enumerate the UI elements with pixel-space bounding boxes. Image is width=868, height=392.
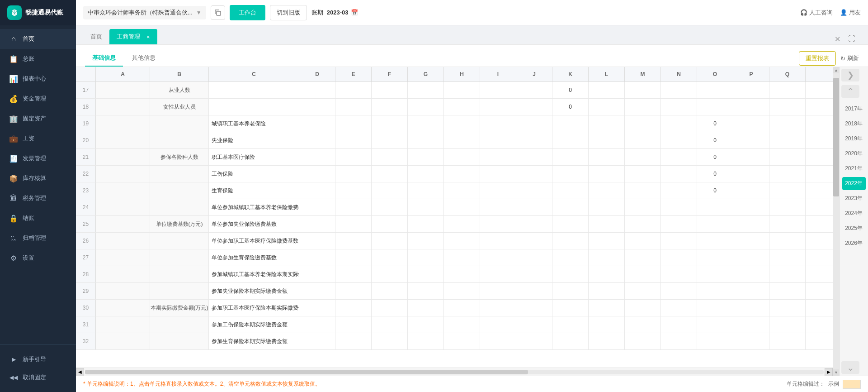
cell-22-A[interactable] [96, 166, 150, 182]
cell-19-G[interactable] [408, 115, 444, 132]
cell-28-N[interactable] [661, 266, 697, 282]
year-item-2026年[interactable]: 2026年 [842, 237, 866, 250]
cell-23-F[interactable] [372, 182, 408, 199]
scroll-down-button[interactable]: ▼ [833, 369, 839, 376]
cell-19-F[interactable] [372, 115, 408, 132]
cell-29-F[interactable] [372, 283, 408, 299]
cell-26-I[interactable] [480, 233, 516, 249]
cell-31-L[interactable] [589, 316, 625, 333]
cell-17-I[interactable] [480, 82, 516, 98]
cell-26-B[interactable] [150, 233, 209, 249]
cell-21-O[interactable]: 0 [697, 149, 733, 165]
cell-29-B[interactable] [150, 283, 209, 299]
cell-17-F[interactable] [372, 82, 408, 98]
cell-19-C[interactable]: 城镇职工基本养老保险 [209, 115, 299, 132]
cell-20-G[interactable] [408, 132, 444, 148]
company-selector[interactable]: 中审众环会计师事务所（特殊普通合伙... ▼ [83, 6, 206, 19]
user-menu[interactable]: 👤 用友 [840, 9, 861, 17]
cell-30-Q[interactable] [769, 300, 806, 316]
cell-27-B[interactable] [150, 249, 209, 266]
cell-25-B[interactable]: 单位缴费基数(万元) [150, 216, 209, 232]
cell-24-E[interactable] [335, 199, 372, 215]
cell-30-N[interactable] [661, 300, 697, 316]
sheet-body[interactable]: 17从业人数018女性从业人员019城镇职工基本养老保险020失业保险021参保… [76, 82, 833, 368]
cell-28-L[interactable] [589, 266, 625, 282]
cell-27-Q[interactable] [769, 249, 806, 266]
cell-17-H[interactable] [444, 82, 480, 98]
cell-20-P[interactable] [733, 132, 769, 148]
cell-30-B[interactable]: 本期实际缴费金额(万元) [150, 300, 209, 316]
close-window-icon[interactable]: ✕ [832, 33, 843, 44]
cell-24-J[interactable] [516, 199, 552, 215]
cell-32-H[interactable] [444, 333, 480, 349]
cell-23-E[interactable] [335, 182, 372, 199]
cell-24-O[interactable] [697, 199, 733, 215]
tab-close-icon[interactable]: × [146, 33, 150, 40]
cell-23-L[interactable] [589, 182, 625, 199]
year-item-2021年[interactable]: 2021年 [842, 162, 866, 175]
cell-28-F[interactable] [372, 266, 408, 282]
year-item-2025年[interactable]: 2025年 [842, 222, 866, 235]
cell-28-E[interactable] [335, 266, 372, 282]
cell-25-G[interactable] [408, 216, 444, 232]
cell-27-D[interactable] [299, 249, 335, 266]
cell-28-M[interactable] [625, 266, 661, 282]
cell-18-Q[interactable] [769, 99, 806, 115]
panel-expand-icon[interactable]: ❯ [841, 69, 859, 81]
h-scroll-track[interactable] [85, 370, 824, 374]
sidebar-footer-unpin[interactable]: ◀◀取消固定 [0, 368, 76, 387]
cell-18-L[interactable] [589, 99, 625, 115]
cell-21-G[interactable] [408, 149, 444, 165]
cell-21-N[interactable] [661, 149, 697, 165]
cell-18-E[interactable] [335, 99, 372, 115]
cell-32-O[interactable] [697, 333, 733, 349]
year-item-2020年[interactable]: 2020年 [842, 147, 866, 160]
cell-21-K[interactable] [552, 149, 589, 165]
cell-22-G[interactable] [408, 166, 444, 182]
cell-27-C[interactable]: 单位参加生育保险缴费基数 [209, 249, 299, 266]
cell-31-P[interactable] [733, 316, 769, 333]
cell-30-F[interactable] [372, 300, 408, 316]
cell-28-G[interactable] [408, 266, 444, 282]
cell-28-O[interactable] [697, 266, 733, 282]
cell-31-G[interactable] [408, 316, 444, 333]
cell-28-P[interactable] [733, 266, 769, 282]
cell-19-K[interactable] [552, 115, 589, 132]
cell-26-L[interactable] [589, 233, 625, 249]
cell-28-D[interactable] [299, 266, 335, 282]
cell-24-K[interactable] [552, 199, 589, 215]
cell-32-A[interactable] [96, 333, 150, 349]
cell-17-Q[interactable] [769, 82, 806, 98]
cell-31-O[interactable] [697, 316, 733, 333]
cell-31-Q[interactable] [769, 316, 806, 333]
cell-20-A[interactable] [96, 132, 150, 148]
cell-19-L[interactable] [589, 115, 625, 132]
calendar-icon[interactable]: 📅 [351, 9, 358, 16]
cell-30-A[interactable] [96, 300, 150, 316]
cell-21-E[interactable] [335, 149, 372, 165]
cell-19-O[interactable]: 0 [697, 115, 733, 132]
cell-18-D[interactable] [299, 99, 335, 115]
cell-30-E[interactable] [335, 300, 372, 316]
cell-17-O[interactable] [697, 82, 733, 98]
cell-24-G[interactable] [408, 199, 444, 215]
year-item-2023年[interactable]: 2023年 [842, 192, 866, 205]
cell-22-E[interactable] [335, 166, 372, 182]
cell-32-Q[interactable] [769, 333, 806, 349]
cell-20-B[interactable] [150, 132, 209, 148]
cell-21-L[interactable] [589, 149, 625, 165]
cell-18-A[interactable] [96, 99, 150, 115]
cell-25-Q[interactable] [769, 216, 806, 232]
cell-29-N[interactable] [661, 283, 697, 299]
cell-18-C[interactable] [209, 99, 299, 115]
cell-21-P[interactable] [733, 149, 769, 165]
cell-24-L[interactable] [589, 199, 625, 215]
scroll-right-button[interactable]: ▶ [825, 368, 833, 376]
cell-29-A[interactable] [96, 283, 150, 299]
cell-26-P[interactable] [733, 233, 769, 249]
cell-22-F[interactable] [372, 166, 408, 182]
cell-25-A[interactable] [96, 216, 150, 232]
cell-17-M[interactable] [625, 82, 661, 98]
cell-18-I[interactable] [480, 99, 516, 115]
cell-18-O[interactable] [697, 99, 733, 115]
